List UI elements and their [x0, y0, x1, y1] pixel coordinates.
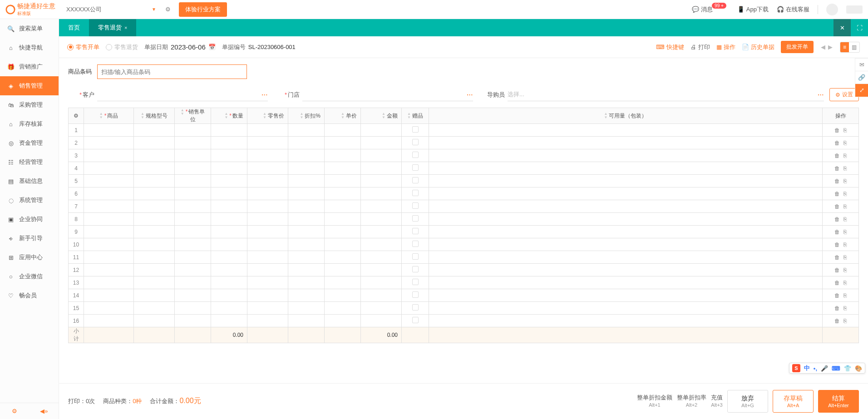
- cell-product[interactable]: [84, 200, 134, 213]
- cell-available[interactable]: [429, 276, 823, 289]
- delete-icon[interactable]: 🗑: [834, 242, 840, 248]
- cell-gift[interactable]: [402, 289, 429, 302]
- copy-icon[interactable]: ⎘: [843, 267, 847, 273]
- table-row[interactable]: 15🗑⎘: [69, 302, 859, 315]
- sidebar-item-14[interactable]: ♡畅会员: [0, 286, 59, 305]
- copy-icon[interactable]: ⎘: [843, 280, 847, 286]
- table-row[interactable]: 8🗑⎘: [69, 213, 859, 226]
- delete-icon[interactable]: 🗑: [834, 178, 840, 184]
- cell-amount[interactable]: [361, 315, 402, 327]
- history-link[interactable]: 📄历史单据: [742, 43, 774, 51]
- checkbox-icon[interactable]: [412, 215, 419, 222]
- operate-link[interactable]: ▦操作: [716, 43, 735, 51]
- copy-icon[interactable]: ⎘: [843, 178, 847, 184]
- cell-amount[interactable]: [361, 264, 402, 276]
- cell-product[interactable]: [84, 302, 134, 315]
- checkbox-icon[interactable]: [412, 139, 419, 145]
- salesperson-input[interactable]: 选择... ···: [508, 89, 824, 101]
- download-link[interactable]: 📱 App下载: [737, 5, 769, 14]
- recharge-link[interactable]: 充值 Alt+3: [711, 394, 723, 408]
- cell-discount[interactable]: [288, 175, 325, 187]
- cell-spec[interactable]: [134, 315, 175, 327]
- cell-price[interactable]: [325, 213, 361, 226]
- checkbox-icon[interactable]: [412, 266, 419, 272]
- cell-product[interactable]: [84, 213, 134, 226]
- rail-attach-icon[interactable]: 🔗: [855, 71, 868, 84]
- delete-icon[interactable]: 🗑: [834, 305, 840, 311]
- lookup-icon[interactable]: ···: [261, 91, 268, 98]
- cell-qty[interactable]: [211, 226, 247, 238]
- cell-gift[interactable]: [402, 251, 429, 264]
- cell-spec[interactable]: [134, 238, 175, 251]
- cell-gift[interactable]: [402, 137, 429, 149]
- delete-icon[interactable]: 🗑: [834, 127, 840, 133]
- cell-retail[interactable]: [247, 302, 288, 315]
- cell-available[interactable]: [429, 315, 823, 327]
- tabs-close-all[interactable]: ✕: [833, 19, 851, 36]
- checkbox-icon[interactable]: [412, 317, 419, 323]
- copy-icon[interactable]: ⎘: [843, 216, 847, 222]
- th-unit[interactable]: ▲▼*销售单位: [175, 108, 211, 124]
- cell-spec[interactable]: [134, 187, 175, 200]
- cell-retail[interactable]: [247, 137, 288, 149]
- ime-skin-icon[interactable]: 🎨: [855, 365, 862, 372]
- barcode-input[interactable]: [97, 64, 247, 79]
- cell-product[interactable]: [84, 124, 134, 137]
- batch-button[interactable]: 批发开单: [781, 41, 814, 53]
- pager-prev[interactable]: ◀: [820, 44, 826, 50]
- shortcut-link[interactable]: ⌨快捷键: [656, 43, 684, 51]
- doc-date-value[interactable]: 2023-06-06: [171, 43, 206, 51]
- checkbox-icon[interactable]: [412, 126, 419, 133]
- checkbox-icon[interactable]: [412, 253, 419, 260]
- cell-qty[interactable]: [211, 200, 247, 213]
- th-retail[interactable]: ▲▼零售价: [247, 108, 288, 124]
- table-row[interactable]: 10🗑⎘: [69, 238, 859, 251]
- cell-spec[interactable]: [134, 289, 175, 302]
- checkbox-icon[interactable]: [412, 177, 419, 183]
- cell-amount[interactable]: [361, 162, 402, 175]
- cell-unit[interactable]: [175, 264, 211, 276]
- user-name[interactable]: [846, 5, 863, 14]
- calendar-icon[interactable]: 📅: [208, 44, 216, 50]
- cell-unit[interactable]: [175, 149, 211, 162]
- cell-discount[interactable]: [288, 226, 325, 238]
- ime-bar[interactable]: S 中 •, 🎤 ⌨ 👕 🎨: [789, 363, 865, 374]
- cell-product[interactable]: [84, 187, 134, 200]
- cell-retail[interactable]: [247, 200, 288, 213]
- cell-spec[interactable]: [134, 162, 175, 175]
- delete-icon[interactable]: 🗑: [834, 216, 840, 222]
- delete-icon[interactable]: 🗑: [834, 318, 840, 324]
- cell-gift[interactable]: [402, 162, 429, 175]
- cell-spec[interactable]: [134, 226, 175, 238]
- cell-spec[interactable]: [134, 137, 175, 149]
- cell-unit[interactable]: [175, 276, 211, 289]
- sidebar-item-9[interactable]: ◌系统管理: [0, 191, 59, 210]
- checkbox-icon[interactable]: [412, 241, 419, 247]
- cell-available[interactable]: [429, 264, 823, 276]
- cell-available[interactable]: [429, 124, 823, 137]
- cell-spec[interactable]: [134, 124, 175, 137]
- delete-icon[interactable]: 🗑: [834, 165, 840, 172]
- cell-discount[interactable]: [288, 251, 325, 264]
- th-amount[interactable]: ▲▼金额: [361, 108, 402, 124]
- cell-amount[interactable]: [361, 302, 402, 315]
- copy-icon[interactable]: ⎘: [843, 165, 847, 172]
- th-product[interactable]: ▲▼*商品: [84, 108, 134, 124]
- cell-retail[interactable]: [247, 124, 288, 137]
- cell-qty[interactable]: [211, 264, 247, 276]
- cell-discount[interactable]: [288, 187, 325, 200]
- cell-available[interactable]: [429, 213, 823, 226]
- sidebar-item-2[interactable]: 🎁营销推广: [0, 57, 59, 76]
- copy-icon[interactable]: ⎘: [843, 191, 847, 197]
- cell-spec[interactable]: [134, 264, 175, 276]
- gear-icon[interactable]: ⚙: [165, 6, 171, 13]
- cell-amount[interactable]: [361, 137, 402, 149]
- checkbox-icon[interactable]: [412, 202, 419, 209]
- tab-retail-return[interactable]: 零售退货 ×: [89, 19, 136, 36]
- sidebar-item-11[interactable]: ⎆新手引导: [0, 229, 59, 248]
- view-list[interactable]: ≡: [840, 42, 849, 52]
- cell-product[interactable]: [84, 226, 134, 238]
- cell-price[interactable]: [325, 137, 361, 149]
- cell-discount[interactable]: [288, 276, 325, 289]
- tabs-fullscreen[interactable]: ⛶: [851, 19, 868, 36]
